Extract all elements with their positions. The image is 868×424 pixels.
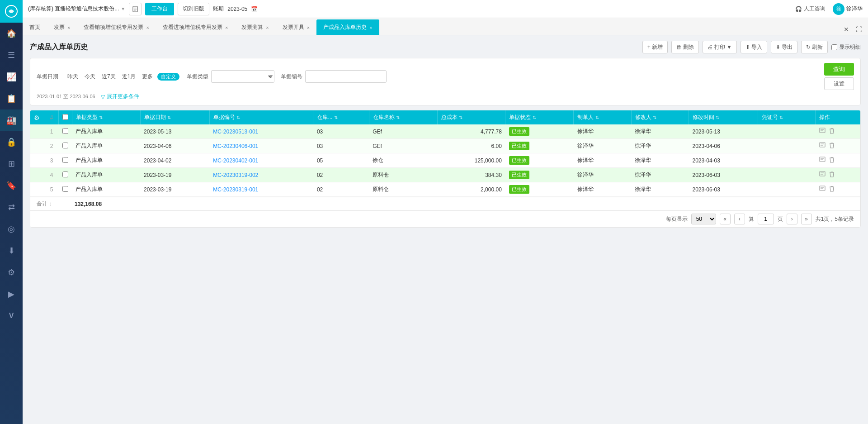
row-checkbox-1[interactable] bbox=[58, 139, 72, 153]
th-warehouse-code[interactable]: 仓库... ⇅ bbox=[313, 110, 369, 124]
sidebar-item-circle[interactable]: ◎ bbox=[0, 218, 23, 240]
delete-icon-3[interactable] bbox=[829, 171, 835, 179]
row-checkbox-input-1[interactable] bbox=[62, 143, 68, 148]
first-page-button[interactable]: « bbox=[720, 214, 731, 224]
tab-invoice-calc-close[interactable]: × bbox=[266, 25, 269, 30]
document-icon-btn[interactable] bbox=[129, 3, 142, 15]
service-button[interactable]: 🎧 人工咨询 bbox=[795, 5, 826, 13]
date-custom-tag[interactable]: 自定义 bbox=[157, 73, 179, 81]
column-settings-icon[interactable]: ⚙ bbox=[34, 114, 40, 121]
th-date[interactable]: 单据日期 ⇅ bbox=[140, 110, 209, 124]
th-modifier[interactable]: 修改人 ⇅ bbox=[631, 110, 689, 124]
date-opt-last1month[interactable]: 近1月 bbox=[120, 72, 138, 81]
sidebar-item-download[interactable]: ⬇ bbox=[0, 240, 23, 262]
date-opt-last7days[interactable]: 近7天 bbox=[100, 72, 118, 81]
sidebar-item-analytics[interactable]: 📈 bbox=[0, 66, 23, 88]
tab-invoice-calc[interactable]: 发票测算 × bbox=[235, 19, 275, 35]
tab-invoice-open-close[interactable]: × bbox=[307, 25, 310, 30]
sidebar-item-bookmark[interactable]: 🔖 bbox=[0, 175, 23, 196]
sidebar-item-transfer[interactable]: ⇄ bbox=[0, 196, 23, 218]
row-checkbox-input-0[interactable] bbox=[62, 128, 68, 134]
tab-output-vat[interactable]: 查看销项增值税专用发票 × bbox=[77, 19, 156, 35]
row-checkbox-3[interactable] bbox=[58, 168, 72, 182]
th-number[interactable]: 单据编号 ⇅ bbox=[209, 110, 313, 124]
tab-product-inbound-close[interactable]: × bbox=[369, 25, 372, 30]
tab-output-vat-close[interactable]: × bbox=[146, 25, 149, 30]
date-opt-more[interactable]: 更多 bbox=[140, 72, 155, 81]
sidebar-item-warehouse[interactable]: 🏭 bbox=[0, 110, 23, 131]
select-all-checkbox[interactable] bbox=[62, 114, 68, 120]
per-page-select[interactable]: 50 100 200 bbox=[691, 214, 716, 224]
delete-icon-0[interactable] bbox=[829, 128, 835, 135]
edit-icon-0[interactable] bbox=[819, 128, 826, 135]
page-number-input[interactable] bbox=[758, 214, 774, 224]
switch-version-button[interactable]: 切到旧版 bbox=[178, 3, 209, 15]
prev-page-button[interactable]: ‹ bbox=[734, 214, 745, 224]
date-opt-yesterday[interactable]: 昨天 bbox=[66, 72, 80, 81]
query-button[interactable]: 查询 bbox=[824, 63, 854, 76]
workbench-button[interactable]: 工作台 bbox=[145, 3, 174, 15]
delete-icon-1[interactable] bbox=[829, 142, 835, 150]
tab-input-vat[interactable]: 查看进项增值税专用发票 × bbox=[156, 19, 235, 35]
row-checkbox-2[interactable] bbox=[58, 153, 72, 168]
edit-icon-3[interactable] bbox=[819, 171, 826, 179]
last-page-button[interactable]: » bbox=[801, 214, 812, 224]
tab-product-inbound[interactable]: 产成品入库单历史 × bbox=[316, 19, 379, 35]
close-all-tabs-button[interactable]: ✕ bbox=[841, 24, 852, 35]
th-type[interactable]: 单据类型 ⇅ bbox=[72, 110, 140, 124]
row-checkbox-0[interactable] bbox=[58, 124, 72, 139]
sidebar-item-v[interactable]: V bbox=[0, 305, 23, 327]
calendar-icon[interactable]: 📅 bbox=[251, 6, 258, 12]
th-status[interactable]: 单据状态 ⇅ bbox=[505, 110, 574, 124]
sidebar-item-settings[interactable]: ⚙ bbox=[0, 262, 23, 283]
row-number-link-2[interactable]: MC-20230402-001 bbox=[213, 157, 258, 164]
edit-icon-1[interactable] bbox=[819, 142, 826, 150]
delete-button[interactable]: 🗑 删除 bbox=[671, 41, 699, 53]
print-button[interactable]: 🖨 打印 ▼ bbox=[703, 41, 737, 53]
maximize-button[interactable]: ⛶ bbox=[854, 24, 864, 35]
th-warehouse-name[interactable]: 仓库名称 ⇅ bbox=[369, 110, 437, 124]
edit-icon-2[interactable] bbox=[819, 157, 826, 164]
number-filter-input[interactable] bbox=[305, 70, 387, 83]
user-info[interactable]: 徐 徐泽华 bbox=[833, 3, 863, 15]
tab-invoice[interactable]: 发票 × bbox=[47, 19, 77, 35]
type-filter-select[interactable] bbox=[211, 70, 274, 83]
sidebar-item-grid[interactable]: ⊞ bbox=[0, 153, 23, 175]
th-checkbox[interactable] bbox=[58, 110, 72, 124]
expand-more-btn[interactable]: ▽ 展开更多条件 bbox=[101, 93, 139, 100]
sidebar-item-play[interactable]: ▶ bbox=[0, 283, 23, 305]
row-checkbox-input-2[interactable] bbox=[62, 157, 68, 163]
date-opt-today[interactable]: 今天 bbox=[83, 72, 97, 81]
row-number-link-0[interactable]: MC-20230513-001 bbox=[213, 129, 258, 135]
show-detail-checkbox[interactable] bbox=[831, 44, 837, 50]
row-checkbox-input-3[interactable] bbox=[62, 172, 68, 177]
setting-button[interactable]: 设置 bbox=[824, 77, 854, 90]
row-number-link-3[interactable]: MC-20230319-002 bbox=[213, 172, 258, 178]
new-button[interactable]: + 新增 bbox=[642, 41, 668, 53]
import-button[interactable]: ⬆ 导入 bbox=[741, 41, 767, 53]
export-button[interactable]: ⬇ 导出 bbox=[771, 41, 797, 53]
row-number-link-4[interactable]: MC-20230319-001 bbox=[213, 186, 258, 193]
row-number-link-1[interactable]: MC-20230406-001 bbox=[213, 143, 258, 149]
edit-icon-4[interactable] bbox=[819, 186, 826, 193]
tab-invoice-close[interactable]: × bbox=[67, 25, 70, 30]
row-checkbox-4[interactable] bbox=[58, 182, 72, 197]
sidebar-item-home[interactable]: 🏠 bbox=[0, 23, 23, 44]
next-page-button[interactable]: › bbox=[787, 214, 797, 224]
delete-icon-2[interactable] bbox=[829, 157, 835, 164]
th-settings[interactable]: ⚙ bbox=[30, 110, 45, 124]
delete-icon-4[interactable] bbox=[829, 186, 835, 193]
th-total-cost[interactable]: 总成本 ⇅ bbox=[437, 110, 505, 124]
tab-input-vat-close[interactable]: × bbox=[225, 25, 228, 30]
refresh-button[interactable]: ↻ 刷新 bbox=[801, 41, 828, 53]
company-selector[interactable]: (库存核算) 直播轻挚通信息技术股份... ▼ bbox=[28, 5, 125, 13]
sidebar-item-docs[interactable]: 📋 bbox=[0, 88, 23, 110]
th-modify-time[interactable]: 修改时间 ⇅ bbox=[689, 110, 758, 124]
sidebar-item-menu[interactable]: ☰ bbox=[0, 44, 23, 66]
tab-invoice-open[interactable]: 发票开具 × bbox=[276, 19, 316, 35]
sidebar-item-security[interactable]: 🔒 bbox=[0, 131, 23, 153]
row-checkbox-input-4[interactable] bbox=[62, 186, 68, 192]
tab-home[interactable]: 首页 bbox=[23, 19, 47, 35]
th-voucher[interactable]: 凭证号 ⇅ bbox=[758, 110, 816, 124]
th-creator[interactable]: 制单人 ⇅ bbox=[574, 110, 631, 124]
